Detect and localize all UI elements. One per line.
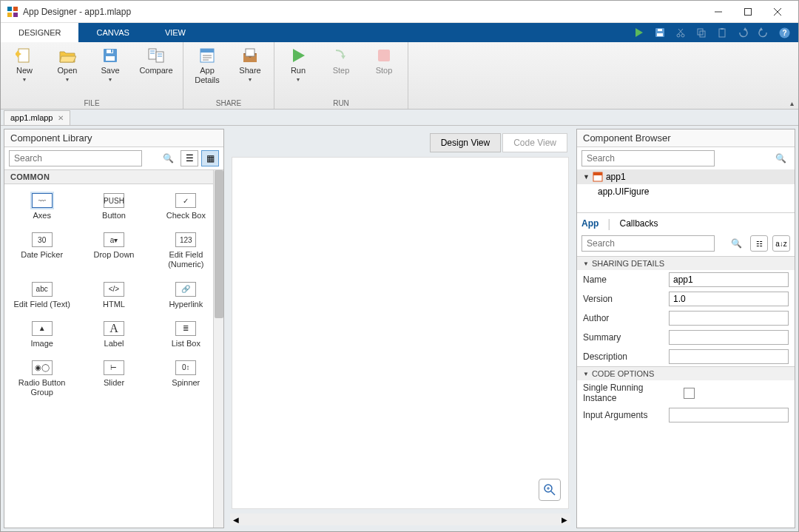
prop-input-args-input[interactable] bbox=[669, 408, 789, 422]
component-html[interactable]: </>HTML bbox=[78, 276, 149, 315]
component-date-picker[interactable]: 30Date Picker bbox=[6, 226, 78, 275]
component-spinner[interactable]: 0↕Spinner bbox=[150, 354, 222, 403]
svg-rect-2 bbox=[7, 13, 12, 17]
component-check-box[interactable]: ✓Check Box bbox=[150, 187, 222, 226]
browser-search-input[interactable] bbox=[581, 150, 715, 166]
prop-description-input[interactable] bbox=[669, 349, 789, 364]
stop-button[interactable]: Stop bbox=[366, 45, 402, 75]
svg-rect-10 bbox=[657, 33, 663, 36]
app-icon bbox=[7, 6, 18, 18]
component-icon: </> bbox=[104, 282, 124, 297]
component-icon: ✓ bbox=[175, 193, 196, 208]
app-details-button[interactable]: App Details bbox=[189, 45, 225, 85]
svg-rect-33 bbox=[149, 49, 156, 59]
component-label[interactable]: ALabel bbox=[78, 315, 149, 354]
tree-node-app[interactable]: ▼ app1 bbox=[577, 169, 795, 184]
component-list-box[interactable]: ≣List Box bbox=[150, 315, 222, 354]
svg-rect-24 bbox=[18, 49, 29, 62]
prop-author-input[interactable] bbox=[669, 311, 789, 326]
prop-name-input[interactable] bbox=[669, 272, 789, 287]
open-icon bbox=[58, 47, 76, 64]
component-browser-panel: Component Browser 🔍 ▼ app1 app.UIFigure bbox=[576, 129, 795, 528]
design-canvas[interactable] bbox=[232, 157, 569, 509]
tab-app[interactable]: App bbox=[581, 218, 599, 230]
scroll-left-icon[interactable]: ◀ bbox=[230, 514, 242, 525]
maximize-button[interactable] bbox=[733, 1, 763, 22]
copy-icon[interactable] bbox=[695, 26, 708, 39]
open-button[interactable]: Open ▼ bbox=[50, 45, 85, 82]
paste-icon[interactable] bbox=[715, 26, 729, 39]
new-button[interactable]: New ▼ bbox=[7, 45, 42, 82]
design-view-tab[interactable]: Design View bbox=[430, 133, 501, 152]
component-drop-down[interactable]: a▾Drop Down bbox=[78, 226, 149, 275]
svg-marker-20 bbox=[744, 27, 747, 30]
zoom-button[interactable] bbox=[539, 479, 561, 501]
minimize-button[interactable] bbox=[704, 1, 733, 22]
component-axes[interactable]: 〰Axes bbox=[6, 187, 78, 226]
tab-canvas[interactable]: CANVAS bbox=[78, 23, 146, 42]
component-icon: ≣ bbox=[175, 321, 196, 336]
svg-marker-48 bbox=[341, 55, 345, 59]
horizontal-scrollbar[interactable]: ◀ ▶ bbox=[230, 514, 570, 525]
scroll-right-icon[interactable]: ▶ bbox=[559, 514, 570, 525]
tab-callbacks[interactable]: Callbacks bbox=[619, 218, 658, 230]
save-icon[interactable] bbox=[653, 26, 667, 39]
undo-icon[interactable] bbox=[736, 26, 749, 39]
component-icon: A bbox=[104, 321, 124, 336]
component-radio-button-group[interactable]: ◉◯Radio Button Group bbox=[6, 354, 78, 403]
component-image[interactable]: ▲Image bbox=[6, 315, 78, 354]
search-icon[interactable]: 🔍 bbox=[163, 153, 174, 164]
component-slider[interactable]: ⊢Slider bbox=[78, 354, 149, 403]
component-icon: 〰 bbox=[32, 193, 53, 208]
component-icon: 30 bbox=[32, 232, 53, 247]
categorize-button[interactable]: ☷ bbox=[750, 235, 768, 252]
tab-designer[interactable]: DESIGNER bbox=[1, 23, 78, 42]
compare-icon bbox=[147, 47, 165, 64]
prop-version-input[interactable] bbox=[669, 292, 789, 306]
scrollbar[interactable] bbox=[213, 170, 223, 528]
grid-view-button[interactable]: ▦ bbox=[201, 150, 219, 166]
search-icon[interactable]: 🔍 bbox=[731, 238, 742, 249]
step-icon bbox=[332, 47, 350, 64]
component-label: Drop Down bbox=[93, 250, 134, 260]
component-search-input[interactable] bbox=[9, 150, 142, 166]
save-button[interactable]: Save ▼ bbox=[92, 45, 128, 82]
tree-node-uifigure[interactable]: app.UIFigure bbox=[577, 184, 795, 199]
share-button[interactable]: Share ▼ bbox=[232, 45, 268, 82]
cut-icon[interactable] bbox=[674, 26, 687, 39]
section-sharing-details[interactable]: ▼SHARING DETAILS bbox=[577, 257, 795, 270]
component-hyperlink[interactable]: 🔗Hyperlink bbox=[150, 276, 222, 315]
prop-summary-input[interactable] bbox=[669, 330, 789, 345]
property-search-input[interactable] bbox=[581, 235, 715, 252]
list-view-button[interactable]: ☰ bbox=[181, 150, 198, 166]
tree-collapse-icon[interactable]: ▼ bbox=[583, 173, 590, 181]
save-icon bbox=[101, 47, 119, 64]
compare-button[interactable]: Compare bbox=[135, 45, 177, 75]
prop-single-instance-label: Single Running Instance bbox=[583, 383, 679, 403]
code-view-tab[interactable]: Code View bbox=[502, 133, 567, 152]
component-label: List Box bbox=[172, 339, 200, 349]
redo-icon[interactable] bbox=[757, 26, 770, 39]
tab-view[interactable]: VIEW bbox=[147, 23, 203, 42]
prop-single-instance-checkbox[interactable] bbox=[684, 388, 695, 399]
step-button[interactable]: Step bbox=[323, 45, 359, 75]
svg-marker-47 bbox=[293, 49, 305, 62]
section-code-options[interactable]: ▼CODE OPTIONS bbox=[577, 367, 795, 380]
component-tree: ▼ app1 app.UIFigure bbox=[577, 169, 795, 213]
component-edit-field-numeric-[interactable]: 123Edit Field (Numeric) bbox=[150, 226, 222, 275]
component-browser-title: Component Browser bbox=[577, 129, 795, 147]
document-tab[interactable]: app1.mlapp ✕ bbox=[4, 110, 70, 125]
component-button[interactable]: PUSHButton bbox=[78, 187, 149, 226]
component-edit-field-text-[interactable]: abcEdit Field (Text) bbox=[6, 276, 78, 315]
help-icon[interactable]: ? bbox=[778, 26, 791, 39]
svg-rect-18 bbox=[719, 29, 725, 37]
collapse-ribbon-icon[interactable]: ▴ bbox=[790, 99, 794, 107]
close-icon[interactable]: ✕ bbox=[58, 114, 64, 122]
svg-rect-11 bbox=[658, 29, 662, 31]
close-button[interactable] bbox=[763, 1, 792, 22]
sort-button[interactable]: a↓z bbox=[772, 235, 790, 252]
search-icon[interactable]: 🔍 bbox=[775, 153, 786, 164]
run-button[interactable]: Run ▼ bbox=[280, 45, 316, 82]
run-icon[interactable] bbox=[633, 26, 646, 39]
scrollbar-thumb[interactable] bbox=[215, 170, 223, 318]
